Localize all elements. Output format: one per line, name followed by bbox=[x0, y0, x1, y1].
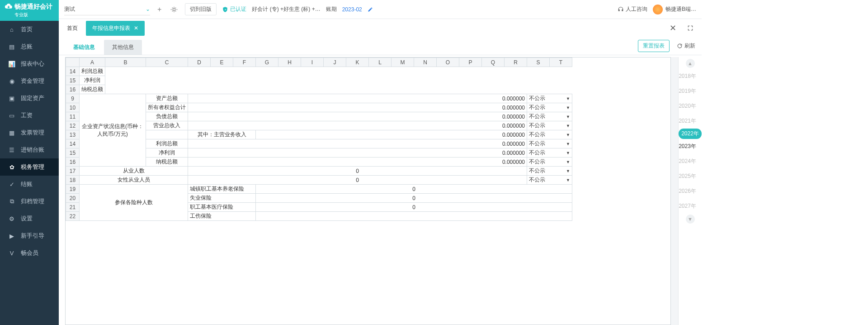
year-down-button[interactable]: ▼ bbox=[686, 215, 695, 224]
tab-annual-report[interactable]: 年报信息申报表 ✕ bbox=[86, 21, 145, 36]
col-N[interactable]: N bbox=[414, 58, 437, 67]
row-20[interactable]: 20 bbox=[66, 194, 80, 203]
col-D[interactable]: D bbox=[188, 58, 211, 67]
col-R[interactable]: R bbox=[505, 58, 527, 67]
spreadsheet[interactable]: ABCDEFGHIJKLMNOPQRST14利润总额15净利润16纳税总额9企业… bbox=[65, 57, 671, 325]
row-12[interactable]: 12 bbox=[66, 121, 80, 130]
year-2024年[interactable]: 2024年 bbox=[679, 154, 702, 169]
company-select[interactable]: 测试 ⌄ bbox=[64, 4, 150, 15]
subtab-other[interactable]: 其他信息 bbox=[104, 40, 142, 55]
col-A[interactable]: A bbox=[80, 58, 105, 67]
nav-item-guide[interactable]: ▶新手引导 bbox=[0, 227, 59, 244]
support-button[interactable]: 人工咨询 bbox=[618, 5, 647, 13]
switch-old-button[interactable]: 切到旧版 bbox=[185, 3, 217, 15]
company-settings-button[interactable] bbox=[169, 5, 179, 14]
tab-home[interactable]: 首页 bbox=[65, 22, 80, 35]
col-G[interactable]: G bbox=[256, 58, 278, 67]
nav-item-archive[interactable]: ⧉归档管理 bbox=[0, 193, 59, 210]
row-14[interactable]: 14 bbox=[66, 67, 80, 76]
owner-equity-pub[interactable]: 不公示▼ bbox=[527, 103, 572, 112]
year-2027年[interactable]: 2027年 bbox=[679, 199, 702, 214]
nav-item-home[interactable]: ⌂首页 bbox=[0, 21, 59, 38]
corner-cell[interactable] bbox=[66, 58, 80, 67]
year-2021年[interactable]: 2021年 bbox=[679, 114, 702, 129]
col-E[interactable]: E bbox=[211, 58, 233, 67]
nav-item-stock[interactable]: ☰进销台账 bbox=[0, 141, 59, 158]
col-J[interactable]: J bbox=[324, 58, 346, 67]
total-liab-pub[interactable]: 不公示▼ bbox=[527, 112, 572, 121]
total-rev-value[interactable]: 0.000000 bbox=[188, 121, 527, 130]
col-C[interactable]: C bbox=[146, 58, 188, 67]
nav-item-ledger[interactable]: ▤总账 bbox=[0, 38, 59, 55]
col-B[interactable]: B bbox=[105, 58, 146, 67]
row-10[interactable]: 10 bbox=[66, 103, 80, 112]
col-F[interactable]: F bbox=[233, 58, 256, 67]
ins-medical-value[interactable]: 0 bbox=[256, 203, 572, 212]
row-19[interactable]: 19 bbox=[66, 185, 80, 194]
col-I[interactable]: I bbox=[301, 58, 324, 67]
total-rev-pub[interactable]: 不公示▼ bbox=[527, 121, 572, 130]
row-15[interactable]: 15 bbox=[66, 76, 80, 85]
year-2023年[interactable]: 2023年 bbox=[679, 139, 702, 154]
close-all-tabs-button[interactable]: ✕ bbox=[667, 22, 679, 34]
owner-equity-value[interactable]: 0.000000 bbox=[188, 103, 527, 112]
row-16[interactable]: 16 bbox=[66, 85, 80, 94]
year-up-button[interactable]: ▲ bbox=[686, 59, 695, 68]
total-profit-value[interactable]: 0.000000 bbox=[188, 139, 527, 148]
pencil-icon[interactable] bbox=[368, 7, 373, 12]
nav-item-salary[interactable]: ▭工资 bbox=[0, 107, 59, 124]
col-K[interactable]: K bbox=[346, 58, 369, 67]
col-H[interactable]: H bbox=[278, 58, 301, 67]
col-Q[interactable]: Q bbox=[482, 58, 505, 67]
row-14[interactable]: 14 bbox=[66, 139, 80, 148]
row-13[interactable]: 13 bbox=[66, 130, 80, 139]
main-rev-value[interactable]: 0.000000 bbox=[256, 130, 527, 139]
col-L[interactable]: L bbox=[369, 58, 392, 67]
col-P[interactable]: P bbox=[459, 58, 482, 67]
row-16[interactable]: 16 bbox=[66, 158, 80, 167]
row-11[interactable]: 11 bbox=[66, 112, 80, 121]
female-emp-value[interactable]: 0 bbox=[188, 176, 527, 185]
emp-count-value[interactable]: 0 bbox=[188, 167, 527, 176]
nav-item-report[interactable]: 📊报表中心 bbox=[0, 55, 59, 72]
ins-injury-value[interactable] bbox=[256, 212, 572, 221]
total-profit-pub[interactable]: 不公示▼ bbox=[527, 139, 572, 148]
tax-total-pub[interactable]: 不公示▼ bbox=[527, 158, 572, 167]
total-liab-value[interactable]: 0.000000 bbox=[188, 112, 527, 121]
year-2022年[interactable]: 2022年 bbox=[679, 129, 702, 139]
year-2018年[interactable]: 2018年 bbox=[679, 69, 702, 84]
nav-item-asset[interactable]: ▣固定资产 bbox=[0, 90, 59, 107]
period-value[interactable]: 2023-02 bbox=[342, 6, 362, 13]
nav-item-close[interactable]: ✓结账 bbox=[0, 176, 59, 193]
ins-unemp-value[interactable]: 0 bbox=[256, 194, 572, 203]
female-emp-pub[interactable]: 不公示▼ bbox=[527, 176, 572, 185]
year-2025年[interactable]: 2025年 bbox=[679, 169, 702, 184]
col-S[interactable]: S bbox=[527, 58, 550, 67]
nav-item-settings[interactable]: ⚙设置 bbox=[0, 210, 59, 227]
main-rev-pub[interactable]: 不公示▼ bbox=[527, 130, 572, 139]
row-21[interactable]: 21 bbox=[66, 203, 80, 212]
subtab-basic[interactable]: 基础信息 bbox=[65, 40, 103, 55]
row-22[interactable]: 22 bbox=[66, 212, 80, 221]
row-18[interactable]: 18 bbox=[66, 176, 80, 185]
net-profit-pub[interactable]: 不公示▼ bbox=[527, 148, 572, 158]
row-9[interactable]: 9 bbox=[66, 94, 80, 103]
tax-total-value[interactable]: 0.000000 bbox=[188, 158, 527, 167]
add-company-button[interactable]: + bbox=[156, 5, 163, 14]
nav-item-vip[interactable]: V畅会员 bbox=[0, 244, 59, 262]
reset-button[interactable]: 重置报表 bbox=[638, 40, 670, 52]
nav-item-tax[interactable]: ✿税务管理 bbox=[0, 158, 59, 176]
row-17[interactable]: 17 bbox=[66, 167, 80, 176]
year-2026年[interactable]: 2026年 bbox=[679, 184, 702, 199]
year-2019年[interactable]: 2019年 bbox=[679, 84, 702, 99]
close-icon[interactable]: ✕ bbox=[134, 25, 138, 31]
col-O[interactable]: O bbox=[437, 58, 459, 67]
total-assets-value[interactable]: 0.000000 bbox=[188, 94, 527, 103]
refresh-button[interactable]: 刷新 bbox=[677, 42, 695, 50]
fullscreen-icon[interactable] bbox=[685, 24, 695, 32]
nav-item-funds[interactable]: ◉资金管理 bbox=[0, 72, 59, 90]
ins-pension-value[interactable]: 0 bbox=[256, 185, 572, 194]
scrollbar-vertical[interactable] bbox=[671, 57, 678, 325]
total-assets-pub[interactable]: 不公示▼ bbox=[527, 94, 572, 103]
net-profit-value[interactable]: 0.000000 bbox=[188, 148, 527, 158]
